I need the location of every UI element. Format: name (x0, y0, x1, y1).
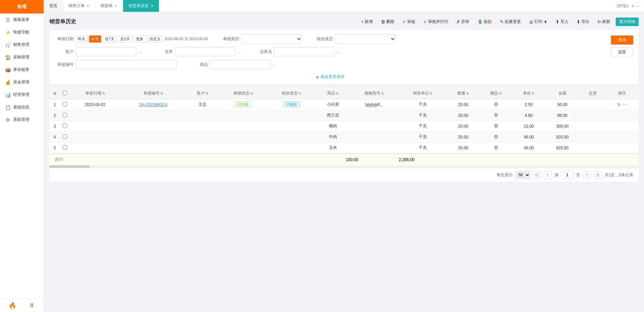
add-button[interactable]: + 新增 (359, 18, 376, 26)
tab-sales-history-close[interactable]: ✕ (151, 4, 153, 8)
delete-button[interactable]: 🗑 删除 (378, 18, 397, 26)
page-prev-btn[interactable]: ⟨ (544, 171, 552, 179)
sidebar-item-operations-mgmt[interactable]: 📊 经营管理 (0, 88, 44, 101)
sidebar-item-finance-mgmt[interactable]: 💰 资金管理 (0, 76, 44, 88)
sort-customer[interactable]: 客户 ⇅ (189, 90, 216, 96)
cell-row-num: 5 (49, 142, 60, 153)
cell-quantity: 20.00 (447, 121, 480, 132)
row-checkbox-input[interactable] (63, 145, 67, 150)
sidebar-item-basic-info[interactable]: 📋 基础信息 (0, 101, 44, 113)
sidebar-item-purchase-mgmt[interactable]: 🏠 采购管理 (0, 51, 44, 63)
tab-home[interactable]: 首页 (44, 0, 63, 12)
window-close-btn[interactable]: ✕ (631, 4, 635, 8)
doc-type-select[interactable] (241, 34, 302, 44)
window-minimize-btn[interactable]: — (636, 4, 640, 8)
product-filter-input[interactable] (210, 60, 271, 69)
table-row: 2西兰花千克20.00否4.8096.00 (49, 110, 639, 121)
action-edit-btn[interactable]: ✎ (617, 102, 621, 107)
page-first-btn[interactable]: ⟨⟨ (533, 171, 541, 179)
sort-doc-status[interactable]: 单据状态 ⇅ (222, 90, 265, 96)
cell-unit: 千克 (398, 121, 447, 132)
sort-quantity[interactable]: 数量 ⇅ (450, 90, 477, 96)
date-more-btn[interactable]: 更多 (134, 35, 146, 43)
discard-button[interactable]: ✗ 弃审 (454, 18, 472, 26)
collect-status-select[interactable] (335, 34, 396, 44)
col-settings[interactable]: ⚙ (49, 88, 60, 99)
cell-doc-status (219, 121, 268, 132)
date-last7days-btn[interactable]: 近7天 (103, 35, 117, 43)
sidebar-item-inventory[interactable]: 📦 库存核算 (0, 63, 44, 76)
filter-settings-button[interactable]: 设置 (611, 47, 633, 57)
tab-sales-history[interactable]: 销货单历史 ✕ (123, 0, 159, 12)
warehouse-input[interactable] (175, 47, 235, 56)
horizontal-scrollbar[interactable] (49, 165, 639, 168)
page-next-btn[interactable]: ⟩ (583, 171, 591, 179)
sort-gift-icon: ⇅ (499, 92, 502, 95)
customer-dots[interactable]: ... (138, 49, 142, 54)
date-today-btn[interactable]: 今天 (89, 35, 101, 43)
audit-print-button[interactable]: ✓ 审核并打印 (421, 18, 451, 26)
sort-gift[interactable]: 赠品 ⇅ (482, 90, 510, 96)
cell-collect-status: 已收款 (267, 99, 316, 110)
tab-sales-order-close[interactable]: ✕ (87, 4, 89, 8)
sort-unit-price[interactable]: 单价 ⇅ (515, 90, 542, 96)
doc-no-input[interactable] (76, 60, 177, 69)
customer-input[interactable] (76, 47, 136, 56)
cell-unit-price: 4.80 (512, 110, 545, 121)
select-all-checkbox[interactable] (63, 91, 67, 95)
date-yesterday-btn[interactable]: 昨天 (76, 35, 88, 43)
tab-sales-delivery-close[interactable]: ✕ (115, 4, 117, 8)
filter-warehouse-item: 仓库 ... (154, 47, 241, 56)
date-shortcuts: 昨天 今天 近7天 近1月 更多 自定义 2023-06-02 至 2023-0… (76, 35, 208, 43)
export-button[interactable]: ⬇ 导出 (574, 18, 592, 26)
audit-button[interactable]: ✓ 审核 (400, 18, 418, 26)
date-custom-btn[interactable]: 自定义 (147, 35, 163, 43)
cell-action[interactable]: ✎⋯ (606, 99, 639, 110)
import-button[interactable]: ⬆ 导入 (553, 18, 571, 26)
sort-doc-date[interactable]: 单据日期 ⇅ (73, 90, 118, 96)
sort-spec-type[interactable]: 规格型号 ⇅ (353, 90, 396, 96)
scroll-thumb[interactable] (49, 165, 90, 168)
sidebar-item-sales-mgmt[interactable]: 🛒 销售管理 (0, 38, 44, 51)
staff-dots[interactable]: ... (337, 49, 340, 54)
show-detail-button[interactable]: 显示明细 (616, 18, 639, 26)
query-button[interactable]: 查询 (611, 35, 633, 45)
staff-input[interactable] (274, 47, 335, 56)
row-checkbox-input[interactable] (63, 102, 67, 106)
page-last-btn[interactable]: ⟩⟩ (594, 171, 602, 179)
cell-gift: 否 (480, 99, 512, 110)
sidebar-item-quick-nav[interactable]: ⚡ 快捷导航 (0, 26, 44, 38)
sort-collect-status[interactable]: 收款状态 ⇅ (270, 90, 313, 96)
sidebar-item-search-menu[interactable]: ☰ 搜索菜单 (0, 14, 44, 26)
cell-spec-type (350, 142, 398, 153)
page-size-select[interactable]: 50 (515, 171, 530, 179)
date-last1month-btn[interactable]: 近1月 (118, 35, 132, 43)
collapse-btn[interactable]: ▲ 收起更多条件 (315, 74, 345, 80)
refresh-button[interactable]: ↻ 刷新 (595, 18, 613, 26)
row-checkbox-input[interactable] (63, 134, 67, 139)
cell-doc-status: 已生效 (219, 99, 268, 110)
sidebar-pause-btn[interactable]: ⏸ (29, 302, 35, 309)
sort-unit[interactable]: 销售单位 ⇅ (401, 90, 444, 96)
row-checkbox-input[interactable] (63, 113, 67, 117)
row-checkbox-input[interactable] (63, 124, 67, 128)
sort-product[interactable]: 商品 ⇅ (318, 90, 347, 96)
cell-trade (580, 110, 606, 121)
sidebar-fire-btn[interactable]: 🔥 (9, 302, 16, 309)
warehouse-dots[interactable]: ... (237, 49, 241, 54)
product-dots[interactable]: ... (273, 62, 276, 67)
table-header-row: ⚙ 单据日期 ⇅ 单据编号 ⇅ (49, 88, 639, 99)
page-input[interactable] (561, 171, 573, 179)
collect-button[interactable]: 💲 收款 (475, 18, 495, 26)
col-spec-type: 规格型号 ⇅ (350, 88, 398, 99)
col-checkbox (60, 88, 70, 99)
print-button[interactable]: 🖨 打印 ▼ (526, 18, 550, 26)
doc-no-link[interactable]: SA-20230602-0 (139, 102, 167, 107)
col-doc-date: 单据日期 ⇅ (70, 88, 120, 99)
batch-change-button[interactable]: ✎ 批量变更 (497, 18, 524, 26)
tab-sales-order[interactable]: 销售订单 ✕ (63, 0, 95, 12)
sort-doc-no[interactable]: 单据编号 ⇅ (123, 90, 183, 96)
tab-sales-delivery[interactable]: 销货单 ✕ (95, 0, 123, 12)
sidebar-item-system-mgmt[interactable]: ⚙ 系统管理 (0, 113, 44, 126)
action-more-btn[interactable]: ⋯ (622, 102, 627, 107)
